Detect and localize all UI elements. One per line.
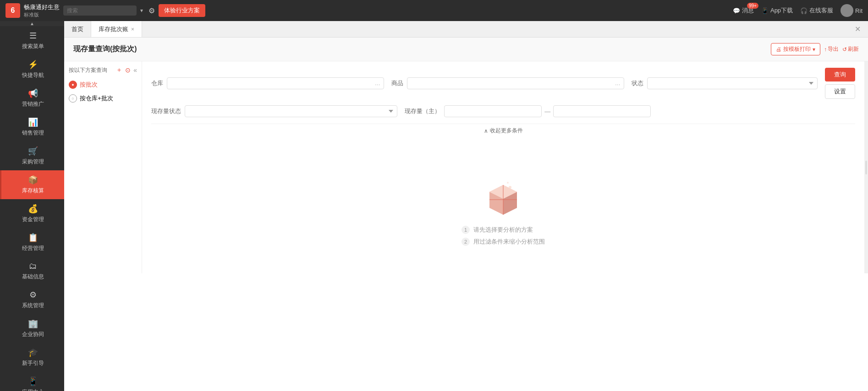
tab-inventory-batch-label: 库存批次账 — [99, 25, 128, 33]
tabbar-close-all[interactable]: ✕ — [847, 25, 868, 33]
sidebar-item-guide[interactable]: 🎓 新手引导 — [0, 343, 64, 372]
left-panel: 按以下方案查询 ＋ ⊙ « ● 按批次 ○ 按仓库+批次 — [64, 61, 142, 273]
experience-button[interactable]: 体验行业方案 — [159, 4, 205, 17]
svg-point-6 — [509, 186, 511, 189]
status-filter-group: 状态 启用 停用 — [632, 77, 818, 89]
sidebar-item-basic[interactable]: 🗂 基础信息 — [0, 257, 64, 285]
app-logo: 6 — [5, 3, 20, 18]
main-layout: ▲ ☰ 搜索菜单 ⚡ 快捷导航 📢 营销推广 📊 销售管理 🛒 采购管理 📦 库… — [0, 21, 868, 391]
inventory-icon: 📦 — [28, 175, 38, 185]
app-download-button[interactable]: 📱 App下载 — [761, 6, 793, 15]
warehouse-input-wrap: … — [167, 77, 384, 89]
appstore-icon: 📱 — [28, 376, 38, 386]
sidebar-item-finance[interactable]: 💰 资金管理 — [0, 199, 64, 228]
printer-icon: 🖨 — [776, 46, 781, 53]
export-button[interactable]: ↑ 导出 — [824, 45, 839, 53]
sidebar-item-enterprise[interactable]: 🏢 企业协同 — [0, 314, 64, 343]
basic-icon: 🗂 — [29, 261, 37, 271]
user-profile-button[interactable]: Rit — [841, 4, 863, 17]
topbar-right: 💬 消息 99+ 📱 App下载 🎧 在线客服 Rit — [733, 4, 863, 17]
app-download-label: App下载 — [770, 6, 793, 15]
collapse-more-button[interactable]: ∧ 收起更多条件 — [151, 124, 855, 137]
username-label: Rit — [855, 7, 863, 14]
inventory-qty-to[interactable] — [553, 105, 651, 117]
messages-button[interactable]: 💬 消息 99+ — [733, 6, 754, 15]
filter-row-1: 仓库 … 商品 … — [151, 68, 855, 99]
sidebar-item-search[interactable]: ☰ 搜索菜单 — [0, 26, 64, 55]
avatar — [841, 4, 853, 17]
warehouse-label: 仓库 — [151, 79, 163, 87]
collapse-panel-icon[interactable]: « — [133, 66, 137, 74]
sidebar-item-system[interactable]: ⚙ 系统管理 — [0, 285, 64, 314]
plan-item-warehouse-batch[interactable]: ○ 按仓库+批次 — [64, 92, 142, 105]
sidebar-scroll-up[interactable]: ▲ — [0, 21, 64, 26]
app-version: 标准版 — [24, 11, 60, 18]
tab-home-label: 首页 — [71, 25, 83, 33]
left-panel-header: 按以下方案查询 ＋ ⊙ « — [64, 66, 142, 78]
tab-close-icon[interactable]: × — [131, 26, 134, 33]
sidebar-label-appstore: 应用中心 — [22, 388, 44, 391]
warehouse-filter-group: 仓库 … — [151, 77, 384, 89]
filters-layout: 按以下方案查询 ＋ ⊙ « ● 按批次 ○ 按仓库+批次 — [64, 61, 868, 273]
sidebar-item-shortcut[interactable]: ⚡ 快捷导航 — [0, 55, 64, 84]
collapse-up-icon: ∧ — [484, 128, 488, 134]
status-label: 状态 — [632, 79, 643, 87]
refresh-button[interactable]: ↺ 刷新 — [842, 45, 859, 53]
sidebar-label-operations: 经营管理 — [22, 244, 44, 252]
product-label: 商品 — [391, 79, 403, 87]
headset-icon: 🎧 — [800, 7, 808, 14]
sidebar-label-shortcut: 快捷导航 — [22, 71, 44, 79]
sidebar-item-appstore[interactable]: 📱 应用中心 — [0, 372, 64, 391]
refresh-icon: ↺ — [842, 46, 847, 53]
guide-icon: 🎓 — [28, 348, 38, 358]
sidebar-label-system: 系统管理 — [22, 302, 44, 310]
search-wrap[interactable] — [63, 5, 137, 16]
warehouse-more-icon[interactable]: … — [375, 80, 380, 87]
right-scroll-indicator[interactable] — [864, 61, 868, 273]
add-plan-icon[interactable]: ＋ — [116, 66, 122, 74]
inventory-status-select[interactable]: 有库存 无库存 — [185, 105, 397, 117]
gear-icon[interactable]: ⚙ — [148, 6, 155, 15]
product-more-icon[interactable]: … — [615, 80, 621, 87]
product-input[interactable] — [407, 77, 624, 89]
message-icon: 💬 — [733, 7, 740, 14]
sidebar-item-inventory[interactable]: 📦 库存核算 — [0, 170, 64, 199]
inventory-qty-from[interactable] — [444, 105, 542, 117]
hint-num-1: 1 — [461, 226, 470, 234]
empty-icon — [480, 171, 526, 218]
hint-text-2: 用过滤条件来缩小分析范围 — [473, 238, 545, 246]
tab-inventory-batch[interactable]: 库存批次账 × — [91, 21, 142, 37]
settings-button[interactable]: 设置 — [825, 84, 855, 99]
print-dropdown-icon[interactable]: ▾ — [813, 46, 815, 53]
page-content: 现存量查询(按批次) 🖨 按模板打印 ▾ ↑ 导出 ↺ 刷新 — [64, 38, 868, 391]
finance-icon: 💰 — [28, 204, 38, 214]
settings-plan-icon[interactable]: ⊙ — [125, 66, 131, 74]
scroll-thumb — [865, 161, 867, 174]
sidebar-item-operations[interactable]: 📋 经营管理 — [0, 228, 64, 257]
range-separator: — — [544, 108, 550, 115]
page-title: 现存量查询(按批次) — [73, 44, 137, 54]
query-button[interactable]: 查询 — [825, 68, 855, 81]
sidebar-item-purchase[interactable]: 🛒 采购管理 — [0, 141, 64, 170]
warehouse-input[interactable] — [167, 77, 384, 89]
right-panel: 仓库 … 商品 … — [142, 61, 864, 144]
sidebar-label-sales: 销售管理 — [22, 129, 44, 137]
status-select[interactable]: 启用 停用 — [647, 77, 818, 89]
enterprise-icon: 🏢 — [28, 319, 38, 329]
sidebar-item-marketing[interactable]: 📢 营销推广 — [0, 84, 64, 113]
shortcut-icon: ⚡ — [28, 60, 38, 70]
online-service-label: 在线客服 — [809, 6, 833, 15]
sidebar-label-guide: 新手引导 — [22, 359, 44, 367]
sidebar-item-sales[interactable]: 📊 销售管理 — [0, 113, 64, 141]
tab-home[interactable]: 首页 — [64, 21, 91, 37]
search-input[interactable] — [63, 5, 137, 16]
plan-item-batch[interactable]: ● 按批次 — [64, 78, 142, 92]
left-panel-header-actions: ＋ ⊙ « — [116, 66, 137, 74]
inventory-qty-group: 现存量（主） — — [405, 105, 651, 117]
online-service-button[interactable]: 🎧 在线客服 — [800, 6, 833, 15]
search-dropdown-icon[interactable]: ▾ — [140, 7, 143, 14]
print-button[interactable]: 🖨 按模板打印 ▾ — [771, 43, 820, 55]
topbar-brand-info: 畅康通好生意 标准版 — [24, 3, 60, 18]
sidebar-label-finance: 资金管理 — [22, 216, 44, 223]
system-icon: ⚙ — [29, 290, 37, 300]
